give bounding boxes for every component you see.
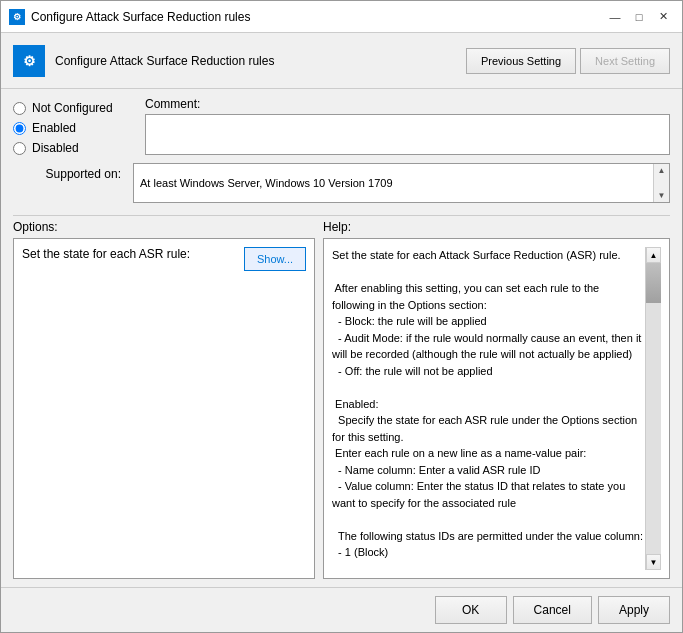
header-title: Configure Attack Surface Reduction rules <box>55 54 274 68</box>
window-controls: — □ ✕ <box>604 7 674 27</box>
comment-textarea[interactable] <box>145 114 670 155</box>
supported-label: Supported on: <box>13 163 121 181</box>
show-button[interactable]: Show... <box>244 247 306 271</box>
cancel-button[interactable]: Cancel <box>513 596 592 624</box>
help-content: Set the state for each Attack Surface Re… <box>332 247 645 570</box>
help-text-p9: - Name column: Enter a valid ASR rule ID <box>332 462 645 479</box>
window-title: Configure Attack Surface Reduction rules <box>31 10 250 24</box>
radio-not-configured-label: Not Configured <box>32 101 113 115</box>
radio-not-configured-input[interactable] <box>13 102 26 115</box>
help-text-p6: Enabled: <box>332 396 645 413</box>
comment-label: Comment: <box>145 97 670 111</box>
radio-group: Not Configured Enabled Disabled <box>13 97 133 155</box>
header-left: ⚙ Configure Attack Surface Reduction rul… <box>13 45 466 77</box>
footer: OK Cancel Apply <box>1 587 682 632</box>
radio-disabled[interactable]: Disabled <box>13 141 133 155</box>
header-bar: ⚙ Configure Attack Surface Reduction rul… <box>1 33 682 89</box>
help-text-p8: Enter each rule on a new line as a name-… <box>332 445 645 462</box>
help-text-p7: Specify the state for each ASR rule unde… <box>332 412 645 445</box>
supported-scroll-down[interactable]: ▼ <box>654 189 669 202</box>
supported-section: Supported on: At least Windows Server, W… <box>13 163 670 203</box>
ok-button[interactable]: OK <box>435 596 507 624</box>
main-window: ⚙ Configure Attack Surface Reduction rul… <box>0 0 683 633</box>
top-section: Not Configured Enabled Disabled Comment: <box>13 97 670 155</box>
header-icon: ⚙ <box>13 45 45 77</box>
help-panel: Set the state for each Attack Surface Re… <box>323 238 670 579</box>
radio-disabled-input[interactable] <box>13 142 26 155</box>
content-area: Not Configured Enabled Disabled Comment:… <box>1 89 682 587</box>
radio-disabled-label: Disabled <box>32 141 79 155</box>
title-bar-left: ⚙ Configure Attack Surface Reduction rul… <box>9 9 250 25</box>
options-panel: Set the state for each ASR rule: Show... <box>13 238 315 579</box>
next-setting-button[interactable]: Next Setting <box>580 48 670 74</box>
help-text-p3: - Block: the rule will be applied <box>332 313 645 330</box>
panels: Set the state for each ASR rule: Show...… <box>13 238 670 579</box>
maximize-button[interactable]: □ <box>628 7 650 27</box>
help-text-p4: - Audit Mode: if the rule would normally… <box>332 330 645 363</box>
close-button[interactable]: ✕ <box>652 7 674 27</box>
minimize-button[interactable]: — <box>604 7 626 27</box>
supported-value: At least Windows Server, Windows 10 Vers… <box>140 177 393 189</box>
help-text-p2: After enabling this setting, you can set… <box>332 280 645 313</box>
help-text-p5: - Off: the rule will not be applied <box>332 363 645 380</box>
previous-setting-button[interactable]: Previous Setting <box>466 48 576 74</box>
radio-not-configured[interactable]: Not Configured <box>13 101 133 115</box>
help-scroll-thumb[interactable] <box>646 263 661 303</box>
window-icon: ⚙ <box>9 9 25 25</box>
supported-scrollbar[interactable]: ▲ ▼ <box>653 164 669 202</box>
options-text: Set the state for each ASR rule: <box>22 247 236 261</box>
radio-enabled[interactable]: Enabled <box>13 121 133 135</box>
help-text-p11: The following status IDs are permitted u… <box>332 528 645 545</box>
header-buttons: Previous Setting Next Setting <box>466 48 670 74</box>
title-bar: ⚙ Configure Attack Surface Reduction rul… <box>1 1 682 33</box>
radio-enabled-label: Enabled <box>32 121 76 135</box>
help-scrollbar[interactable]: ▲ ▼ <box>645 247 661 570</box>
header-icon-symbol: ⚙ <box>23 53 36 69</box>
help-scroll-down[interactable]: ▼ <box>646 554 661 570</box>
help-scroll-up[interactable]: ▲ <box>646 247 661 263</box>
apply-button[interactable]: Apply <box>598 596 670 624</box>
help-header: Help: <box>323 220 670 234</box>
help-text-p1: Set the state for each Attack Surface Re… <box>332 247 645 264</box>
help-text-p12: - 1 (Block) <box>332 544 645 561</box>
supported-value-box: At least Windows Server, Windows 10 Vers… <box>133 163 670 203</box>
help-text-p10: - Value column: Enter the status ID that… <box>332 478 645 511</box>
options-header: Options: <box>13 220 323 234</box>
divider <box>13 215 670 216</box>
comment-section: Comment: <box>145 97 670 155</box>
window-icon-text: ⚙ <box>13 12 21 22</box>
help-scroll-track[interactable] <box>646 263 661 554</box>
supported-scroll-up[interactable]: ▲ <box>654 164 669 177</box>
radio-enabled-input[interactable] <box>13 122 26 135</box>
panels-header: Options: Help: <box>13 220 670 234</box>
